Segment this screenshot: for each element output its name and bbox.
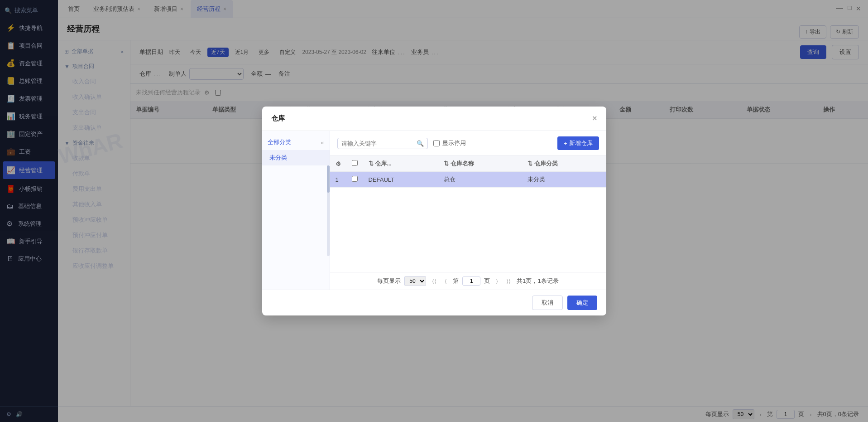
dialog-close-button[interactable]: × (592, 114, 597, 123)
confirm-button[interactable]: 确定 (567, 296, 597, 310)
dialog-page-end-label: 页 (484, 277, 490, 285)
dialog-per-page-select[interactable]: 50 (404, 276, 426, 286)
dialog-next-page[interactable]: ⟩ (494, 277, 500, 286)
col-category-label: 仓库分类 (534, 160, 558, 167)
dialog-pagination: 每页显示 50 ⟨⟨ ⟨ 第 页 ⟩ ⟩⟩ 共1页，1条记录 (330, 272, 606, 290)
category-item-uncategorized[interactable]: 未分类 (262, 150, 330, 165)
add-warehouse-button[interactable]: + 新增仓库 (557, 136, 599, 150)
sort-icon-name: ⇅ (444, 160, 449, 167)
col-name-label: 仓库名称 (451, 160, 474, 167)
category-scrollbar[interactable] (327, 165, 330, 256)
show-disabled-group: 显示停用 (433, 139, 466, 147)
category-panel: 全部分类 « 未分类 (262, 131, 330, 290)
dialog-header: 仓库 × (262, 107, 606, 131)
warehouse-table: ⚙ ⇅ 仓库... ⇅ (330, 156, 606, 188)
show-disabled-label: 显示停用 (442, 139, 466, 147)
row-1-num: 1 (330, 172, 346, 188)
uncategorized-label: 未分类 (269, 154, 287, 161)
settings-icon: ⚙ (336, 160, 341, 167)
row-1-name: 总仓 (438, 172, 522, 188)
dialog-search-bar: 🔍 显示停用 + 新增仓库 (330, 131, 606, 156)
dialog-footer: 取消 确定 (262, 290, 606, 315)
warehouse-dialog: 仓库 × 全部分类 « 未分类 (262, 107, 606, 315)
dialog-page-input[interactable] (462, 276, 480, 286)
dialog-body: 全部分类 « 未分类 🔍 (262, 131, 606, 290)
warehouse-table-wrap: ⚙ ⇅ 仓库... ⇅ (330, 156, 606, 272)
dialog-overlay[interactable]: 仓库 × 全部分类 « 未分类 (0, 0, 868, 422)
category-header-label: 全部分类 (268, 138, 291, 146)
cancel-button[interactable]: 取消 (532, 296, 563, 310)
dialog-last-page[interactable]: ⟩⟩ (504, 277, 513, 286)
dialog-title: 仓库 (271, 114, 285, 123)
sort-icon: ⇅ (369, 160, 374, 167)
col-code-label: 仓库... (375, 160, 392, 167)
category-scrollbar-thumb (327, 165, 330, 193)
plus-icon: + (564, 140, 567, 147)
warehouse-row-1[interactable]: 1 DEFAULT 总仓 未分类 (330, 172, 606, 188)
dialog-prev-page[interactable]: ⟨ (442, 277, 449, 286)
category-collapse-icon[interactable]: « (321, 139, 324, 146)
row-1-code: DEFAULT (363, 172, 439, 188)
table-checkbox-all[interactable] (352, 160, 358, 166)
warehouse-search-input[interactable] (341, 140, 414, 147)
category-header[interactable]: 全部分类 « (262, 135, 330, 150)
search-input-wrap: 🔍 (337, 138, 428, 149)
col-code[interactable]: ⇅ 仓库... (363, 156, 439, 172)
col-checkbox (346, 156, 363, 172)
col-settings[interactable]: ⚙ (330, 156, 346, 172)
sort-icon-cat: ⇅ (528, 160, 532, 167)
col-name[interactable]: ⇅ 仓库名称 (438, 156, 522, 172)
dialog-first-page[interactable]: ⟨⟨ (430, 277, 439, 286)
show-disabled-checkbox[interactable] (433, 140, 440, 146)
row-1-checkbox[interactable] (346, 172, 363, 188)
dialog-total-label: 共1页，1条记录 (517, 277, 558, 285)
dialog-per-page-label: 每页显示 (377, 277, 401, 285)
dialog-page-label: 第 (453, 277, 459, 285)
row-1-category: 未分类 (522, 172, 606, 188)
row-1-check[interactable] (352, 176, 358, 182)
content-panel: 🔍 显示停用 + 新增仓库 (330, 131, 606, 290)
add-warehouse-label: 新增仓库 (569, 139, 593, 147)
col-category[interactable]: ⇅ 仓库分类 (522, 156, 606, 172)
warehouse-search-icon: 🔍 (417, 140, 424, 147)
